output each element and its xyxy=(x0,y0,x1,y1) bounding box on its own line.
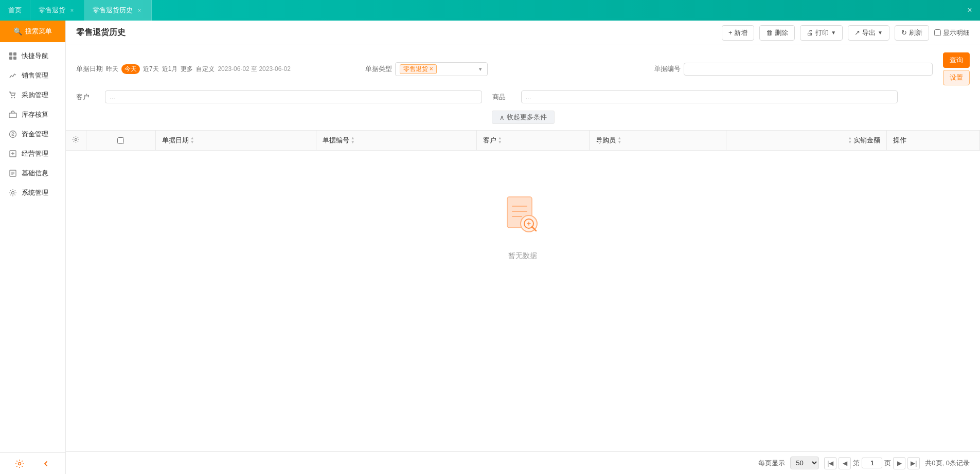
no-sort-arrows: ▲▼ xyxy=(351,136,355,144)
goods-input[interactable]: ... xyxy=(521,90,898,103)
svg-point-10 xyxy=(12,192,14,194)
svg-rect-1 xyxy=(13,52,16,56)
new-button-label: + 新增 xyxy=(728,28,747,38)
top-bar: 首页 零售退货 × 零售退货历史 × × xyxy=(0,0,980,21)
tab-home-label: 首页 xyxy=(8,6,22,15)
col-date-label: 单据日期 xyxy=(162,136,189,145)
sidebar-search-label: 搜索菜单 xyxy=(25,27,52,36)
date-yesterday[interactable]: 昨天 xyxy=(106,65,118,74)
sidebar-item-sales-mgmt[interactable]: 销售管理 xyxy=(0,66,65,85)
tab-retail-return[interactable]: 零售退货 × xyxy=(30,0,84,21)
table-col-action: 操作 xyxy=(887,131,980,151)
date-filter-label: 单据日期 xyxy=(76,64,103,74)
query-button[interactable]: 查询 xyxy=(943,52,970,68)
prev-page-button[interactable]: ◀ xyxy=(839,457,851,469)
svg-rect-2 xyxy=(9,57,12,60)
query-button-label: 查询 xyxy=(950,56,963,65)
sidebar-item-ops-mgmt[interactable]: 经营管理 xyxy=(0,144,65,163)
print-dropdown-icon: ▼ xyxy=(831,30,836,35)
collapse-icon: ∧ xyxy=(500,114,505,121)
page-input[interactable] xyxy=(862,458,882,468)
tab-retail-return-history-close[interactable]: × xyxy=(136,7,143,14)
customer-input[interactable]: ... xyxy=(105,90,482,103)
main-layout: 🔍 搜索菜单 快捷导航 销售管理 采购管理 xyxy=(0,21,980,474)
sidebar-item-finance-mgmt[interactable]: 资金管理 xyxy=(0,124,65,144)
toolbar: + 新增 🗑 删除 🖨 打印 ▼ ↗ 导出 ▼ ↻ xyxy=(722,25,970,41)
sidebar-item-basic-info[interactable]: 基础信息 xyxy=(0,163,65,183)
date-custom[interactable]: 自定义 xyxy=(196,65,215,74)
table-col-amount[interactable]: ▲▼ 实销金额 xyxy=(726,131,887,151)
svg-point-11 xyxy=(18,462,21,465)
refresh-button[interactable]: ↻ 刷新 xyxy=(895,25,929,41)
sidebar-nav: 快捷导航 销售管理 采购管理 库存核算 xyxy=(0,42,65,452)
svg-rect-0 xyxy=(9,52,12,56)
sidebar-item-system-label: 系统管理 xyxy=(22,188,48,197)
sidebar-settings-button[interactable] xyxy=(12,457,27,471)
goods-label: 商品 xyxy=(492,93,518,102)
export-button[interactable]: ↗ 导出 ▼ xyxy=(848,25,889,41)
tab-retail-return-close[interactable]: × xyxy=(68,7,76,14)
date-1month[interactable]: 近1月 xyxy=(162,65,178,74)
settings-filter-button[interactable]: 设置 xyxy=(943,70,970,85)
sidebar-collapse-button[interactable] xyxy=(39,457,53,471)
date-more[interactable]: 更多 xyxy=(181,65,193,74)
table-col-guide[interactable]: 导购员 ▲▼ xyxy=(590,131,726,151)
tab-bar: 首页 零售退货 × 零售退货历史 × xyxy=(0,0,959,21)
select-all-checkbox[interactable] xyxy=(117,137,124,144)
sidebar-item-finance-label: 资金管理 xyxy=(22,130,48,139)
collapse-button[interactable]: ∧ 收起更多条件 xyxy=(492,111,555,124)
per-page-select[interactable]: 50 100 200 xyxy=(790,457,819,469)
window-close-button[interactable]: × xyxy=(959,0,980,21)
voucher-type-select[interactable]: 零售退货 × ▼ xyxy=(395,62,488,76)
last-page-button[interactable]: ▶| xyxy=(907,457,920,469)
sidebar-item-basic-info-label: 基础信息 xyxy=(22,169,48,178)
tab-retail-return-history-label: 零售退货历史 xyxy=(93,6,133,15)
export-icon: ↗ xyxy=(854,29,860,37)
tab-retail-return-history[interactable]: 零售退货历史 × xyxy=(84,0,152,21)
voucher-type-tag-close[interactable]: × xyxy=(430,65,433,72)
sidebar-item-purchase-mgmt[interactable]: 采购管理 xyxy=(0,85,65,105)
voucher-no-label: 单据编号 xyxy=(654,64,681,74)
date-7days[interactable]: 近7天 xyxy=(143,65,159,74)
date-today[interactable]: 今天 xyxy=(121,64,140,74)
table-settings-col[interactable] xyxy=(66,131,86,151)
sidebar-item-quick-nav[interactable]: 快捷导航 xyxy=(0,46,65,66)
first-page-button[interactable]: |◀ xyxy=(824,457,836,469)
table-col-no[interactable]: 单据编号 ▲▼ xyxy=(316,131,476,151)
table-col-date[interactable]: 单据日期 ▲▼ xyxy=(155,131,316,151)
sidebar-item-system-mgmt[interactable]: 系统管理 xyxy=(0,183,65,203)
voucher-no-input[interactable] xyxy=(684,63,933,76)
voucher-type-tag: 零售退货 × xyxy=(400,64,437,74)
col-no-label: 单据编号 xyxy=(323,136,349,145)
table-col-customer[interactable]: 客户 ▲▼ xyxy=(476,131,590,151)
svg-rect-3 xyxy=(13,57,16,60)
search-menu-button[interactable]: 🔍 搜索菜单 xyxy=(0,21,65,42)
table-checkbox-col[interactable] xyxy=(86,131,156,151)
empty-state-cell: 暂无数据 xyxy=(66,151,980,302)
pagination-bar: 每页显示 50 100 200 |◀ ◀ 第 页 ▶ ▶| 共0页, 0条记录 xyxy=(66,451,980,474)
voucher-no-filter: 单据编号 xyxy=(654,63,933,76)
print-button-label: 打印 xyxy=(815,28,829,38)
inventory-icon xyxy=(8,110,17,119)
content-area: 零售退货历史 + 新增 🗑 删除 🖨 打印 ▼ ↗ 导出 ▼ xyxy=(66,21,980,474)
new-button[interactable]: + 新增 xyxy=(722,25,754,41)
show-detail-input[interactable] xyxy=(934,29,941,36)
collapse-label: 收起更多条件 xyxy=(507,113,547,122)
collapse-section: ∧ 收起更多条件 xyxy=(76,108,970,126)
data-table: 单据日期 ▲▼ 单据编号 ▲▼ 客户 xyxy=(66,131,980,302)
voucher-type-label: 单据类型 xyxy=(365,64,392,74)
print-button[interactable]: 🖨 打印 ▼ xyxy=(800,25,843,41)
export-button-label: 导出 xyxy=(862,28,876,38)
show-detail-checkbox[interactable]: 显示明细 xyxy=(934,28,970,38)
print-icon: 🖨 xyxy=(807,29,813,37)
refresh-button-label: 刷新 xyxy=(909,28,922,38)
sidebar-item-inventory[interactable]: 库存核算 xyxy=(0,105,65,124)
col-action-label: 操作 xyxy=(893,136,906,144)
delete-button[interactable]: 🗑 删除 xyxy=(759,25,795,41)
empty-state: 暂无数据 xyxy=(66,151,980,302)
pagination-nav: |◀ ◀ 第 页 ▶ ▶| xyxy=(824,457,920,469)
tab-home[interactable]: 首页 xyxy=(0,0,30,21)
sidebar-item-sales-label: 销售管理 xyxy=(22,71,48,80)
next-page-button[interactable]: ▶ xyxy=(893,457,905,469)
settings-filter-label: 设置 xyxy=(950,73,963,82)
